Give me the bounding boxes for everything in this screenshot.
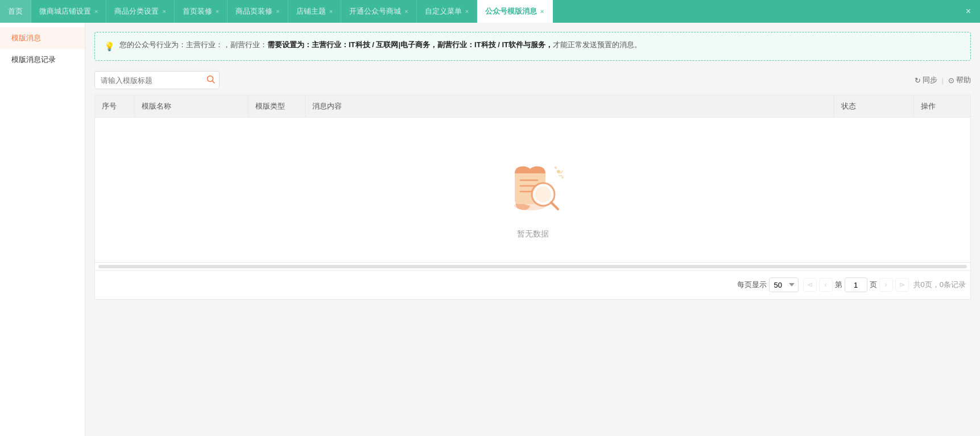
sync-icon: ↻ [915,76,921,85]
sidebar-item-template-message-log-label: 模版消息记录 [11,55,56,64]
nav-tab-template-msg-label: 公众号模版消息 [485,6,537,16]
nav-tab-home-decor-close[interactable]: × [216,8,219,15]
notice-box: 💡 您的公众号行业为：主营行业：，副营行业：需要设置为：主营行业：IT科技 / … [94,32,971,61]
nav-tab-wechat-shop-close[interactable]: × [94,8,98,15]
nav-tab-open-shop-close[interactable]: × [404,8,408,15]
col-header-name: 模版名称 [135,95,249,118]
col-header-content: 消息内容 [305,95,834,118]
nav-tab-custom-menu-label: 自定义菜单 [425,6,462,16]
page-total-info: 共0页，0条记录 [913,280,966,290]
svg-point-11 [561,176,564,178]
nav-tab-home[interactable]: 首页 [0,0,31,23]
nav-tab-shop-theme[interactable]: 店铺主题 × [288,0,341,23]
nav-tab-open-shop-label: 开通公众号商城 [349,6,401,16]
col-header-action: 操作 [914,95,971,118]
nav-tab-product-page[interactable]: 商品页装修 × [228,0,288,23]
col-header-status: 状态 [834,95,914,118]
page-input[interactable] [845,277,867,292]
svg-line-9 [551,202,558,209]
toolbar: ↻ 同步 | ⊙ 帮助 [94,71,971,89]
search-input[interactable] [94,71,220,89]
notice-prefix: 您的公众号行业为：主营行业：，副营行业： [119,40,267,49]
page-size-select: 每页显示 10 20 50 100 [737,277,799,292]
empty-text: 暂无数据 [95,229,970,239]
search-input-wrap [94,71,220,89]
page-size-label: 每页显示 [737,280,767,290]
nav-tab-custom-menu-close[interactable]: × [465,8,469,15]
nav-tab-wechat-shop-label: 微商城店铺设置 [39,6,91,16]
empty-state: 暂无数据 [95,118,970,262]
svg-point-8 [535,186,551,202]
nav-tab-shop-theme-close[interactable]: × [329,8,333,15]
notice-highlight: 需要设置为：主营行业：IT科技 / 互联网|电子商务，副营行业：IT科技 / I… [267,40,553,49]
page-last-button[interactable]: ⊳ [895,278,909,292]
nav-tab-product-category-close[interactable]: × [162,8,166,15]
nav-tab-template-msg-close[interactable]: × [540,8,544,15]
nav-tab-shop-theme-label: 店铺主题 [296,6,326,16]
svg-line-1 [213,81,215,84]
nav-tab-home-decor-label: 首页装修 [183,6,212,16]
notice-text: 您的公众号行业为：主营行业：，副营行业：需要设置为：主营行业：IT科技 / 互联… [119,39,642,51]
sync-button[interactable]: ↻ 同步 [915,75,937,85]
toolbar-right: ↻ 同步 | ⊙ 帮助 [915,75,971,85]
content-area: 💡 您的公众号行业为：主营行业：，副营行业：需要设置为：主营行业：IT科技 / … [85,23,980,436]
nav-tab-product-category-label: 商品分类设置 [114,6,159,16]
svg-line-13 [560,171,563,173]
sidebar-item-template-message-log[interactable]: 模版消息记录 [0,49,85,70]
nav-tab-home-decor[interactable]: 首页装修 × [175,0,228,23]
pagination: 每页显示 10 20 50 100 ⊲ ‹ 第 页 › ⊳ 共0页，0条记录 [94,271,971,300]
page-prev-button[interactable]: ‹ [819,278,833,292]
nav-tab-wechat-shop[interactable]: 微商城店铺设置 × [31,0,106,23]
page-first-button[interactable]: ⊲ [803,278,817,292]
data-table: 序号 模版名称 模版类型 消息内容 状态 操作 [94,95,971,263]
svg-point-10 [557,170,560,173]
sidebar-item-template-message[interactable]: 模版消息 [0,27,85,49]
sync-label: 同步 [923,75,937,85]
empty-icon [499,152,567,220]
col-header-type: 模版类型 [249,95,305,118]
nav-tab-template-msg[interactable]: 公众号模版消息 × [477,0,552,23]
top-nav: 首页 微商城店铺设置 × 商品分类设置 × 首页装修 × 商品页装修 × 店铺主… [0,0,980,23]
sidebar: 模版消息 模版消息记录 [0,23,85,436]
scrollbar-row [94,263,971,271]
page-word2: 页 [870,280,877,290]
page-size-dropdown[interactable]: 10 20 50 100 [769,277,799,292]
help-label: 帮助 [956,75,971,85]
main-layout: 模版消息 模版消息记录 💡 您的公众号行业为：主营行业：，副营行业：需要设置为：… [0,23,980,436]
nav-tab-open-shop[interactable]: 开通公众号商城 × [341,0,416,23]
nav-tab-product-page-label: 商品页装修 [235,6,272,16]
page-next-button[interactable]: › [879,278,893,292]
scrollbar-track[interactable] [98,265,967,268]
page-word: 第 [835,280,842,290]
nav-tab-product-page-close[interactable]: × [276,8,279,15]
help-button[interactable]: ⊙ 帮助 [948,75,971,85]
notice-suffix: 才能正常发送预置的消息。 [553,40,642,49]
notice-icon: 💡 [104,40,115,53]
col-header-seq: 序号 [95,95,135,118]
nav-tab-product-category[interactable]: 商品分类设置 × [106,0,174,23]
sidebar-item-template-message-label: 模版消息 [11,34,41,42]
nav-tab-home-label: 首页 [8,6,23,16]
toolbar-divider: | [942,76,944,85]
nav-tab-custom-menu[interactable]: 自定义菜单 × [417,0,477,23]
nav-close-all-button[interactable]: × [957,6,980,16]
help-icon: ⊙ [948,76,954,85]
page-nav: ⊲ ‹ 第 页 › ⊳ [803,277,909,292]
search-button[interactable] [206,75,215,85]
svg-point-12 [555,167,557,169]
